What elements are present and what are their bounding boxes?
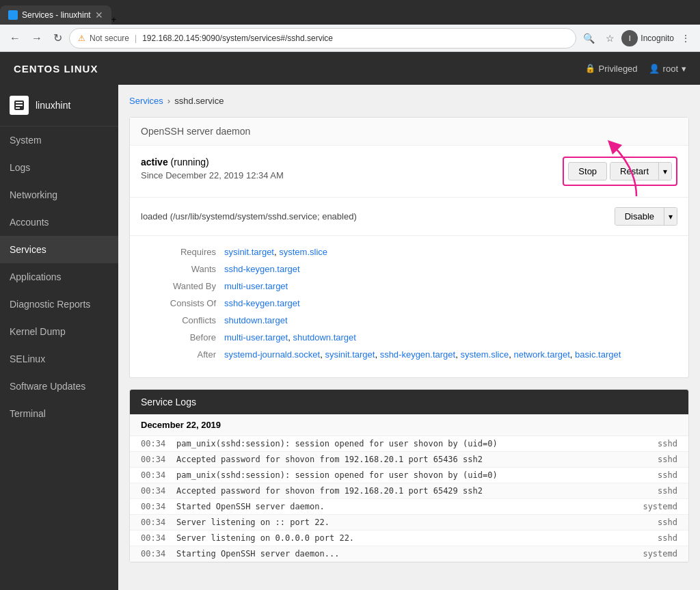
conflicts-shutdown-link[interactable]: shutdown.target <box>224 315 288 325</box>
before-multi-user-link[interactable]: multi-user.target <box>224 332 288 343</box>
log-entry-1: 00:34 pam_unix(sshd:session): session op… <box>130 436 688 452</box>
log-message: Starting OpenSSH server daemon... <box>176 549 630 559</box>
log-entry-4: 00:34 Accepted password for shovon from … <box>130 483 688 499</box>
bookmark-icon[interactable]: ☆ <box>602 30 619 46</box>
sidebar-item-accounts[interactable]: Accounts <box>0 209 118 236</box>
log-entry-6: 00:34 Server listening on :: port 22. ss… <box>130 515 688 531</box>
tab-favicon <box>8 10 18 20</box>
log-source: sshd <box>630 439 677 448</box>
after-network-link[interactable]: network.target <box>513 349 569 360</box>
reload-button[interactable]: ↻ <box>49 29 66 47</box>
log-message: Server listening on 0.0.0.0 port 22. <box>176 533 630 543</box>
service-deps: Requires sysinit.target, system.slice Wa… <box>130 236 688 377</box>
after-system-slice-link[interactable]: system.slice <box>460 349 509 360</box>
active-tab[interactable]: Services - linuxhint ✕ <box>0 5 111 25</box>
sidebar-item-label: Terminal <box>10 408 46 419</box>
sidebar-item-label: Software Updates <box>10 381 85 392</box>
logo-text: linuxhint <box>36 100 70 111</box>
main-layout: linuxhint System Logs Networking Account… <box>0 85 700 590</box>
disable-dropdown-button[interactable]: ▾ <box>664 208 677 225</box>
breadcrumb: Services › sshd.service <box>129 96 689 106</box>
requires-system-slice-link[interactable]: system.slice <box>279 247 327 257</box>
user-label: root <box>663 64 678 74</box>
sidebar-item-diagnostic-reports[interactable]: Diagnostic Reports <box>0 291 118 318</box>
logs-date: December 22, 2019 <box>130 414 688 436</box>
after-sshd-keygen-link[interactable]: sshd-keygen.target <box>380 349 456 360</box>
sidebar-item-label: Services <box>10 244 46 255</box>
sidebar-item-applications[interactable]: Applications <box>0 263 118 291</box>
menu-icon[interactable]: ⋮ <box>677 30 695 46</box>
status-since: Since December 22, 2019 12:34 AM <box>141 170 284 180</box>
wants-sshd-keygen-link[interactable]: sshd-keygen.target <box>224 264 300 274</box>
dep-wants-label: Wants <box>141 264 216 274</box>
address-bar[interactable]: ⚠ Not secure | 192.168.20.145:9090/syste… <box>69 28 576 49</box>
header-right: 🔒 Privileged 👤 root ▾ <box>585 64 687 74</box>
disable-container: Disable ▾ <box>615 207 677 226</box>
log-source: sshd <box>630 470 677 480</box>
sidebar-item-terminal[interactable]: Terminal <box>0 400 118 427</box>
tab-close-button[interactable]: ✕ <box>95 10 103 21</box>
dep-wants-value: sshd-keygen.target <box>224 264 300 274</box>
action-buttons-container: Stop Restart ▾ <box>563 157 677 186</box>
breadcrumb-current: sshd.service <box>174 96 224 106</box>
consists-of-sshd-keygen-link[interactable]: sshd-keygen.target <box>224 298 300 308</box>
sidebar-item-networking[interactable]: Networking <box>0 181 118 209</box>
dep-requires-value: sysinit.target, system.slice <box>224 247 327 257</box>
after-sysinit-link[interactable]: sysinit.target <box>325 349 375 360</box>
new-tab-button[interactable]: + <box>111 14 117 25</box>
service-loaded-text: loaded (/usr/lib/systemd/system/sshd.ser… <box>141 211 357 222</box>
log-message: Accepted password for shovon from 192.16… <box>176 455 630 464</box>
after-journald-link[interactable]: systemd-journald.socket <box>224 349 320 360</box>
restart-button-group: Restart ▾ <box>610 162 672 180</box>
log-source: systemd <box>630 549 677 559</box>
breadcrumb-separator: › <box>167 96 170 106</box>
profile-button[interactable]: I Incognito <box>621 30 674 46</box>
sidebar-item-logs[interactable]: Logs <box>0 154 118 181</box>
forward-button[interactable]: → <box>27 29 46 47</box>
search-icon[interactable]: 🔍 <box>579 30 599 46</box>
app-header: CENTOS LINUX 🔒 Privileged 👤 root ▾ <box>0 52 700 85</box>
dep-before-label: Before <box>141 332 216 343</box>
log-entry-5: 00:34 Started OpenSSH server daemon. sys… <box>130 499 688 515</box>
service-status-row: active (running) Since December 22, 2019… <box>130 146 688 198</box>
privileged-badge[interactable]: 🔒 Privileged <box>585 64 638 74</box>
log-time: 00:34 <box>141 549 168 559</box>
stop-button[interactable]: Stop <box>568 162 607 180</box>
restart-button[interactable]: Restart <box>610 163 659 180</box>
back-button[interactable]: ← <box>5 29 25 47</box>
requires-sysinit-link[interactable]: sysinit.target <box>224 247 274 257</box>
log-message: pam_unix(sshd:session): session opened f… <box>176 470 630 480</box>
sidebar-item-services[interactable]: Services <box>0 236 118 263</box>
log-time: 00:34 <box>141 455 168 464</box>
main-content: Services › sshd.service OpenSSH server d… <box>118 85 700 590</box>
sidebar-item-label: System <box>10 135 42 146</box>
logs-header: Service Logs <box>130 390 688 414</box>
breadcrumb-parent-link[interactable]: Services <box>129 96 163 106</box>
disable-button[interactable]: Disable <box>615 208 664 225</box>
restart-dropdown-button[interactable]: ▾ <box>659 163 671 180</box>
tab-title: Services - linuxhint <box>22 10 91 20</box>
sidebar-item-system[interactable]: System <box>0 126 118 154</box>
svg-rect-1 <box>16 102 23 103</box>
sidebar-logo: linuxhint <box>0 85 118 126</box>
dep-after-row: After systemd-journald.socket, sysinit.t… <box>141 349 677 360</box>
sidebar-item-kernel-dump[interactable]: Kernel Dump <box>0 318 118 345</box>
log-source: sshd <box>630 486 677 496</box>
dep-requires-row: Requires sysinit.target, system.slice <box>141 247 677 257</box>
service-status-text: active (running) <box>141 157 284 167</box>
sidebar-item-software-updates[interactable]: Software Updates <box>0 373 118 400</box>
before-shutdown-link[interactable]: shutdown.target <box>293 332 356 343</box>
sidebar-item-label: SELinux <box>10 353 45 364</box>
user-badge[interactable]: 👤 root ▾ <box>649 64 686 74</box>
dep-before-value: multi-user.target, shutdown.target <box>224 332 356 343</box>
dep-after-value: systemd-journald.socket, sysinit.target,… <box>224 349 621 360</box>
svg-rect-2 <box>16 105 23 106</box>
profile-label: Incognito <box>641 33 674 43</box>
status-running: (running) <box>171 157 209 167</box>
log-time: 00:34 <box>141 533 168 543</box>
after-basic-link[interactable]: basic.target <box>575 349 621 360</box>
service-card: OpenSSH server daemon active (running) S… <box>129 117 689 378</box>
log-source: sshd <box>630 455 677 464</box>
sidebar-item-selinux[interactable]: SELinux <box>0 345 118 373</box>
wanted-by-multi-user-link[interactable]: multi-user.target <box>224 281 288 291</box>
